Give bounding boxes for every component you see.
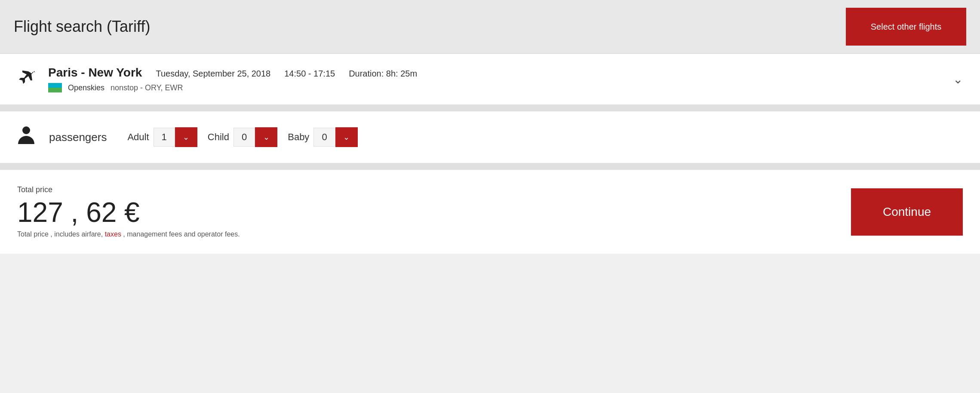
adult-label: Adult — [127, 132, 149, 143]
baby-chevron-icon: ⌄ — [343, 132, 350, 142]
adult-chevron-icon: ⌄ — [183, 132, 189, 142]
passengers-card: passengers Adult 1 ⌄ Child 0 ⌄ Baby 0 ⌄ — [0, 111, 980, 165]
adult-group: Adult 1 ⌄ — [127, 127, 197, 147]
adult-dropdown-button[interactable]: ⌄ — [175, 127, 197, 147]
baby-dropdown-button[interactable]: ⌄ — [335, 127, 358, 147]
page-title: Flight search (Tariff) — [14, 18, 150, 36]
airline-name: Openskies — [68, 83, 104, 92]
flight-info: Paris - New York Tuesday, September 25, … — [48, 66, 417, 92]
separator-1 — [0, 106, 980, 111]
total-price-label: Total price — [17, 185, 240, 194]
person-icon — [17, 125, 35, 149]
airline-logo — [48, 83, 62, 92]
price-note: Total price , includes airfare, taxes , … — [17, 230, 240, 238]
price-card: Total price 127 , 62 € Total price , inc… — [0, 170, 980, 254]
flight-card: Paris - New York Tuesday, September 25, … — [0, 54, 980, 106]
child-chevron-icon: ⌄ — [263, 132, 270, 142]
continue-button[interactable]: Continue — [851, 188, 963, 236]
price-note-suffix: , management fees and operator fees. — [123, 230, 240, 238]
separator-2 — [0, 165, 980, 170]
child-label: Child — [208, 132, 229, 143]
baby-group: Baby 0 ⌄ — [288, 127, 357, 147]
price-section: Total price 127 , 62 € Total price , inc… — [17, 185, 240, 238]
total-price-value: 127 , 62 € — [17, 199, 240, 226]
flight-expand-chevron[interactable]: ⌄ — [953, 72, 963, 86]
airplane-icon — [17, 67, 38, 92]
taxes-link[interactable]: taxes — [105, 230, 121, 238]
flight-time: 14:50 - 17:15 — [284, 69, 335, 79]
svg-point-0 — [22, 126, 30, 134]
flight-main-row: Paris - New York Tuesday, September 25, … — [48, 66, 417, 80]
adult-count: 1 — [154, 128, 175, 147]
flight-stops: nonstop - ORY, EWR — [111, 83, 183, 92]
flight-date: Tuesday, September 25, 2018 — [156, 69, 270, 79]
child-dropdown-button[interactable]: ⌄ — [255, 127, 277, 147]
price-note-prefix: Total price , includes airfare, — [17, 230, 103, 238]
passengers-label: passengers — [49, 131, 107, 144]
child-count: 0 — [233, 128, 255, 147]
select-other-flights-button[interactable]: Select other flights — [846, 8, 966, 46]
flight-sub-row: Openskies nonstop - ORY, EWR — [48, 83, 417, 92]
flight-route: Paris - New York — [48, 66, 142, 80]
baby-label: Baby — [288, 132, 309, 143]
child-group: Child 0 ⌄ — [208, 127, 277, 147]
flight-duration: Duration: 8h: 25m — [349, 69, 417, 79]
baby-count: 0 — [313, 128, 335, 147]
passenger-groups-container: Adult 1 ⌄ Child 0 ⌄ Baby 0 ⌄ — [127, 127, 357, 147]
page-header: Flight search (Tariff) Select other flig… — [0, 0, 980, 54]
